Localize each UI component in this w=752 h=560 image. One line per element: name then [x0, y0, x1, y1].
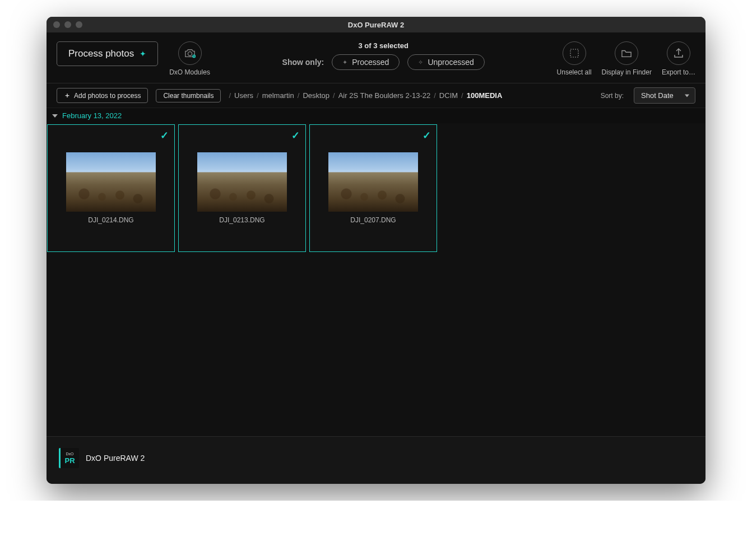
window-controls — [47, 21, 82, 28]
thumbnail-image — [328, 152, 418, 212]
camera-icon — [184, 48, 196, 58]
thumbnail-filename: DJI_0207.DNG — [350, 216, 396, 224]
thumbnail[interactable]: ✓ DJI_0214.DNG — [47, 124, 175, 252]
clear-thumbnails-button[interactable]: Clear thumbnails — [156, 89, 221, 102]
selected-check-icon: ✓ — [423, 129, 431, 142]
main-toolbar: Process photos ✦ DxO Modules 3 of 3 — [47, 32, 705, 83]
breadcrumb-separator: / — [333, 91, 335, 100]
selected-check-icon: ✓ — [291, 129, 300, 142]
app-logo: DxOPR — [59, 448, 79, 468]
sort-by-label: Sort by: — [601, 92, 624, 100]
breadcrumb-separator: / — [298, 91, 300, 100]
minimize-window-button[interactable] — [64, 21, 71, 28]
sort-by-dropdown[interactable]: Shot Date — [634, 87, 695, 104]
breadcrumb-separator: / — [461, 91, 463, 100]
unselect-all-label: Unselect all — [557, 68, 592, 76]
export-to-button[interactable]: Export to… — [662, 41, 695, 76]
add-photos-button[interactable]: ＋ Add photos to process — [57, 88, 148, 103]
selected-check-icon: ✓ — [160, 129, 169, 142]
breadcrumb-segment[interactable]: 100MEDIA — [467, 91, 503, 100]
breadcrumb-segment[interactable]: Air 2S The Boulders 2-13-22 — [338, 91, 431, 100]
titlebar: DxO PureRAW 2 — [47, 17, 705, 32]
process-photos-button[interactable]: Process photos ✦ — [57, 41, 158, 66]
filter-unprocessed-label: Unprocessed — [428, 58, 474, 67]
thumbnail-filename: DJI_0214.DNG — [88, 216, 133, 224]
close-window-button[interactable] — [53, 21, 60, 28]
app-window: DxO PureRAW 2 Process photos ✦ D — [47, 17, 705, 484]
date-group-header[interactable]: February 13, 2022 — [47, 108, 705, 123]
footer: DxOPR DxO PureRAW 2 — [47, 437, 705, 484]
sparkle-unprocessed-icon: ✧ — [418, 59, 423, 66]
chevron-down-icon — [52, 114, 58, 118]
dxo-modules-label: DxO Modules — [169, 68, 210, 76]
svg-rect-2 — [570, 49, 578, 57]
unselect-all-button[interactable]: Unselect all — [557, 41, 592, 76]
thumbnail-filename: DJI_0213.DNG — [219, 216, 264, 224]
clear-thumbnails-label: Clear thumbnails — [163, 92, 213, 100]
selection-count: 3 of 3 selected — [358, 41, 409, 50]
folder-icon — [620, 48, 633, 58]
breadcrumb-separator: / — [434, 91, 436, 100]
sub-toolbar: ＋ Add photos to process Clear thumbnails… — [47, 83, 705, 108]
dxo-modules-button[interactable]: DxO Modules — [169, 41, 210, 76]
breadcrumb-separator: / — [257, 91, 259, 100]
breadcrumb-segment[interactable]: melmartin — [262, 91, 294, 100]
add-photos-label: Add photos to process — [74, 92, 141, 100]
sort-by-value: Shot Date — [641, 91, 674, 100]
maximize-window-button[interactable] — [76, 21, 82, 28]
filter-unprocessed-button[interactable]: ✧ Unprocessed — [407, 54, 485, 70]
filter-processed-label: Processed — [352, 58, 389, 67]
footer-app-name: DxO PureRAW 2 — [86, 454, 145, 463]
show-only-label: Show only: — [282, 58, 324, 67]
breadcrumb-segment[interactable]: Users — [234, 91, 253, 100]
export-to-label: Export to… — [662, 68, 695, 76]
sparkle-processed-icon: ✦ — [342, 59, 347, 66]
date-group-label: February 13, 2022 — [62, 111, 122, 120]
filter-processed-button[interactable]: ✦ Processed — [332, 54, 400, 70]
svg-point-0 — [188, 52, 192, 55]
display-in-finder-label: Display in Finder — [602, 68, 652, 76]
dotted-square-icon — [569, 48, 580, 59]
thumbnail-image — [66, 152, 156, 212]
thumbnail-image — [197, 152, 287, 212]
display-in-finder-button[interactable]: Display in Finder — [602, 41, 652, 76]
breadcrumb-segment[interactable]: Desktop — [303, 91, 329, 100]
breadcrumb-separator: / — [229, 91, 231, 100]
thumbnail[interactable]: ✓ DJI_0207.DNG — [309, 124, 437, 252]
thumbnail-grid: ✓ DJI_0214.DNG ✓ DJI_0213.DNG ✓ DJI_0207… — [47, 123, 705, 437]
sparkle-icon: ✦ — [140, 49, 146, 58]
thumbnail[interactable]: ✓ DJI_0213.DNG — [178, 124, 306, 252]
export-icon — [673, 48, 684, 59]
window-title: DxO PureRAW 2 — [47, 21, 705, 29]
process-photos-label: Process photos — [68, 48, 134, 59]
plus-icon: ＋ — [64, 91, 71, 100]
breadcrumb-segment[interactable]: DCIM — [439, 91, 458, 100]
breadcrumb: /Users/melmartin/Desktop/Air 2S The Boul… — [229, 91, 592, 100]
